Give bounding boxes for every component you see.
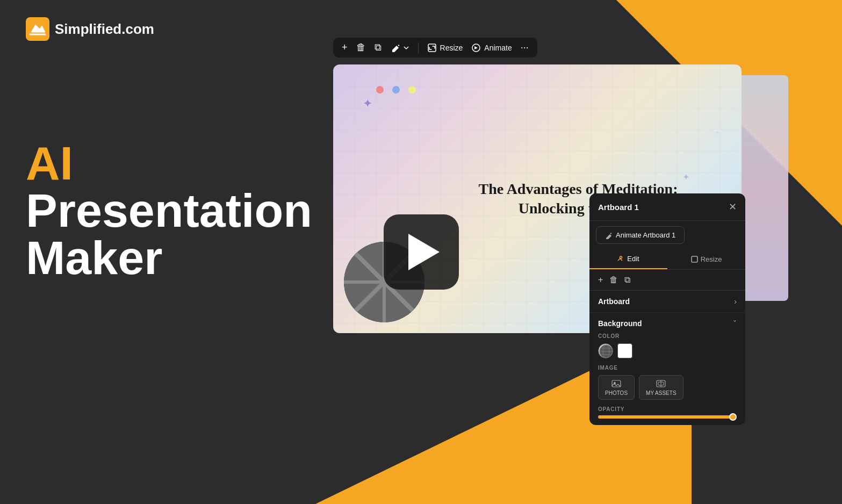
animate-artboard-button[interactable]: Animate Artboard 1 [596,226,685,244]
slide-dot-pink [376,86,384,93]
panel-header: Artboard 1 ✕ [589,193,745,221]
animate-label: Animate [484,44,512,52]
photos-label: PHOTOS [605,390,628,396]
sparkle-4: ✦ [715,129,720,136]
artboard-section-header[interactable]: Artboard › [598,297,737,306]
assets-icon [656,379,666,388]
slide-dot-blue [392,86,400,93]
toolbar-delete-button[interactable]: 🗑 [356,42,366,53]
play-button-container[interactable] [384,214,459,290]
play-triangle-icon [408,234,440,270]
hero-text-block: AI Presentation Maker [26,140,312,282]
color-subsection-label: COLOR [598,333,737,339]
svg-point-8 [620,256,622,258]
resize-label: Resize [440,44,463,52]
background-section-header[interactable]: Background ˅ [598,319,737,328]
bg-color-swatch[interactable] [617,343,632,358]
globe-icon [599,344,614,359]
tab-edit-label: Edit [627,255,639,263]
wand-icon [605,232,613,239]
play-button[interactable] [384,214,459,290]
hero-presentation-label: Presentation [26,187,312,234]
toolbar-add-button[interactable]: + [342,42,348,53]
background-section-title: Background [598,319,642,328]
bg-image-row: PHOTOS MY ASSETS [598,375,737,400]
resize-tab-icon [691,256,698,263]
slide-dot-yellow [408,86,416,93]
panel-copy-button[interactable]: ⧉ [624,275,630,285]
hero-ai-label: AI [26,140,312,187]
my-assets-button[interactable]: MY ASSETS [639,375,683,400]
artboard-section: Artboard › [589,291,745,313]
panel-tabs: Edit Resize [589,249,745,270]
background-chevron-down-icon: ˅ [733,319,737,328]
panel-add-button[interactable]: + [598,275,603,285]
toolbar-animate-button[interactable]: Animate [471,43,512,53]
tab-resize-label: Resize [701,255,722,263]
bg-color-row [598,343,737,358]
tab-resize[interactable]: Resize [667,249,745,269]
logo-icon [26,17,49,41]
toolbar-divider [418,42,419,53]
panel-close-button[interactable]: ✕ [729,201,737,213]
photos-button[interactable]: PHOTOS [598,375,635,400]
background-section: Background ˅ COLOR IMAGE [589,313,745,425]
fill-icon [390,42,401,53]
sparkle-2: ✦ [682,172,689,182]
toolbar-more-button[interactable]: ··· [521,42,529,53]
sparkle-1: ✦ [363,97,372,111]
animate-artboard-label: Animate Artboard 1 [616,231,675,239]
artboard-panel: Artboard 1 ✕ Animate Artboard 1 Edit Res… [589,193,745,425]
artboard-chevron-right-icon: › [734,297,737,306]
animate-icon [471,43,481,53]
hero-maker-label: Maker [26,234,312,282]
toolbar-copy-button[interactable]: ⧉ [375,42,382,53]
panel-title: Artboard 1 [598,203,639,212]
opacity-slider-thumb[interactable] [729,413,737,421]
toolbar-resize-button[interactable]: Resize [427,43,463,53]
tab-edit[interactable]: Edit [589,249,667,269]
logo-text: Simplified.com [55,21,154,38]
toolbar-fill-button[interactable] [390,42,409,53]
opacity-slider[interactable] [598,415,737,419]
panel-delete-button[interactable]: 🗑 [609,275,618,285]
photos-icon [611,379,621,388]
panel-toolbar: + 🗑 ⧉ [589,270,745,291]
opacity-subsection-label: OPACITY [598,406,737,412]
my-assets-label: MY ASSETS [646,390,677,396]
bg-color-globe-button[interactable] [598,343,613,358]
logo-area[interactable]: Simplified.com [26,17,154,41]
svg-rect-9 [692,256,697,262]
resize-icon [427,43,437,53]
chevron-down-icon [403,45,409,51]
edit-icon [617,255,624,262]
image-subsection-label: IMAGE [598,365,737,371]
artboard-section-title: Artboard [598,297,630,306]
canvas-toolbar: + 🗑 ⧉ Resize Animate ··· [333,38,537,57]
